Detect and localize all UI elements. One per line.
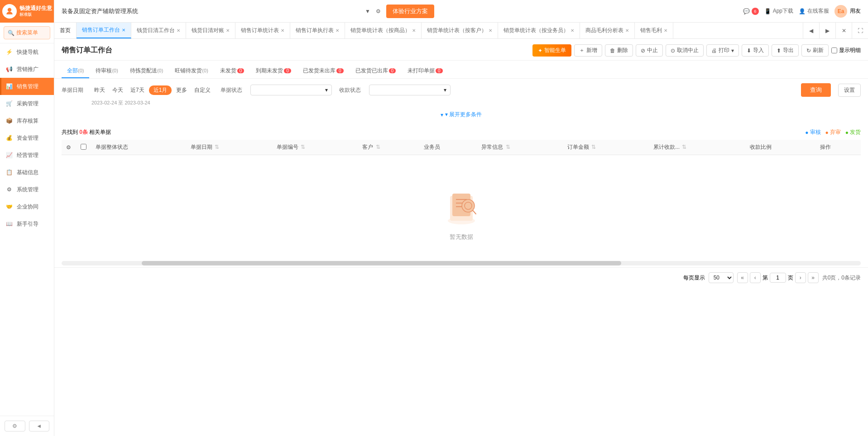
show-detail-checkbox[interactable]	[831, 47, 837, 53]
tab-home[interactable]: 首页	[54, 23, 77, 38]
tab-cash-reconcile[interactable]: 钱货日清对账 ✕	[186, 23, 235, 38]
import-btn[interactable]: ⬇ 导入	[742, 44, 769, 57]
date-1month-btn[interactable]: 近1月	[149, 85, 172, 95]
sidebar: 畅捷通好生意 标准版 🔍 搜索菜单 ⚡ 快捷导航 📢 营销推广 📊 销售管理 🛒…	[0, 0, 54, 436]
col-salesperson[interactable]: 业务员	[419, 140, 477, 155]
sidebar-item-system[interactable]: ⚙ 系统管理	[0, 181, 54, 198]
reject-action[interactable]: ● 弃审	[825, 128, 841, 136]
next-page-btn[interactable]: ›	[795, 272, 806, 283]
expand-filter-btn[interactable]: ▾ ▾ 展开更多条件	[441, 111, 482, 118]
settings-btn[interactable]: ⚙	[376, 8, 381, 14]
tab-close-sales-stat-staff[interactable]: ✕	[571, 28, 574, 33]
page-input[interactable]	[770, 273, 786, 283]
sidebar-item-basic-info[interactable]: 📋 基础信息	[0, 164, 54, 181]
tab-sales-workbench[interactable]: 销售订单工作台 ✕	[77, 23, 131, 38]
subtab-unprinted[interactable]: 未打印单据0	[402, 64, 448, 78]
tab-close-sales-stat-customer[interactable]: ✕	[489, 28, 492, 33]
tab-sales-profit[interactable]: 销售毛利 ✕	[635, 23, 673, 38]
sidebar-settings-btn[interactable]: ⚙	[5, 421, 25, 431]
sidebar-item-sales[interactable]: 📊 销售管理	[0, 78, 54, 95]
tab-margin-analysis[interactable]: 商品毛利分析表 ✕	[580, 23, 635, 38]
sidebar-item-marketing[interactable]: 📢 营销推广	[0, 61, 54, 78]
prev-page-btn[interactable]: ‹	[750, 272, 761, 283]
tab-prev-btn[interactable]: ◀	[803, 23, 819, 39]
tab-close-margin-analysis[interactable]: ✕	[625, 28, 629, 33]
tab-close-sales-stat-product[interactable]: ✕	[412, 28, 416, 33]
tab-close-sales-profit[interactable]: ✕	[664, 28, 667, 33]
payment-filter-input[interactable]: ▾	[369, 85, 451, 95]
date-today-btn[interactable]: 今天	[110, 85, 126, 95]
subtab-pending-pick[interactable]: 待拣货配送(0)	[125, 64, 168, 78]
sidebar-item-purchase[interactable]: 🛒 采购管理	[0, 95, 54, 112]
tab-close-cash-reconcile[interactable]: ✕	[226, 28, 230, 33]
system-dropdown-btn[interactable]: ▼	[365, 8, 370, 14]
page-end-label: 页	[788, 274, 793, 282]
ai-gen-btn[interactable]: ✦ 智能生单	[532, 44, 571, 57]
tab-sales-stat-product[interactable]: 销货单统计表（按商品） ✕	[345, 23, 422, 38]
tab-close-sales-workbench[interactable]: ✕	[122, 28, 125, 33]
refresh-btn[interactable]: ↻ 刷新	[801, 44, 829, 57]
subtab-delivered-out[interactable]: 已发货已出库0	[350, 64, 402, 78]
col-date[interactable]: 单据日期 ⇅	[186, 140, 272, 155]
tab-cash-daily[interactable]: 钱货日清工作台 ✕	[131, 23, 186, 38]
sidebar-item-operations[interactable]: 📈 经营管理	[0, 147, 54, 164]
select-all-checkbox[interactable]	[81, 144, 86, 150]
subtab-wangpu[interactable]: 旺铺待发货(0)	[169, 64, 213, 78]
tab-close-cash-daily[interactable]: ✕	[177, 28, 180, 33]
sidebar-item-finance[interactable]: 💰 资金管理	[0, 129, 54, 147]
query-btn[interactable]: 查询	[801, 83, 831, 97]
user-area[interactable]: Ea 用友	[834, 5, 861, 18]
last-page-btn[interactable]: »	[808, 272, 819, 283]
col-amount[interactable]: 订单金额 ⇅	[563, 140, 649, 155]
per-page-select[interactable]: 50 20 100	[709, 272, 734, 283]
col-checkbox[interactable]	[76, 140, 91, 155]
tab-sales-stat[interactable]: 销售订单统计表 ✕	[235, 23, 290, 38]
date-yesterday-btn[interactable]: 昨天	[91, 85, 108, 95]
sidebar-item-cooperation[interactable]: 🤝 企业协同	[0, 198, 54, 215]
industry-btn[interactable]: 体验行业方案	[386, 5, 434, 18]
tab-close-sales-exec[interactable]: ✕	[336, 28, 339, 33]
deliver-action[interactable]: ● 发货	[845, 128, 861, 136]
app-download-btn[interactable]: 📱 App下载	[764, 7, 793, 15]
sidebar-item-guide[interactable]: 📖 新手引导	[0, 215, 54, 232]
col-customer[interactable]: 客户 ⇅	[358, 140, 419, 155]
col-collected[interactable]: 累计收款... ⇅	[649, 140, 745, 155]
export-btn[interactable]: ⬆ 导出	[772, 44, 799, 57]
tab-fullscreen-btn[interactable]: ⛶	[852, 23, 868, 39]
subtab-all[interactable]: 全部(0)	[62, 64, 89, 78]
col-exception[interactable]: 异常信息 ⇅	[477, 140, 563, 155]
delete-btn[interactable]: 🗑 删除	[605, 44, 633, 57]
cancel-stop-btn[interactable]: ⊙ 取消中止	[666, 44, 704, 57]
search-menu-btn[interactable]: 🔍 搜索菜单	[4, 26, 50, 39]
tab-next-btn[interactable]: ▶	[819, 23, 835, 39]
date-custom-btn[interactable]: 自定义	[192, 85, 213, 95]
sidebar-item-inventory[interactable]: 📦 库存核算	[0, 112, 54, 129]
message-btn[interactable]: 💬 6	[743, 8, 759, 15]
h-scrollbar[interactable]	[62, 261, 861, 265]
tab-sales-stat-staff[interactable]: 销货单统计表（按业务员） ✕	[498, 23, 580, 38]
sidebar-collapse-btn[interactable]: ◄	[29, 421, 50, 431]
tab-close-sales-stat[interactable]: ✕	[281, 28, 284, 33]
tab-sales-stat-customer[interactable]: 销货单统计表（按客户） ✕	[422, 23, 498, 38]
stop-btn[interactable]: ⊘ 中止	[636, 44, 663, 57]
col-settings[interactable]: ⚙	[62, 140, 76, 155]
col-number[interactable]: 单据编号 ⇅	[272, 140, 358, 155]
tab-sales-exec[interactable]: 销售订单执行表 ✕	[290, 23, 345, 38]
tab-close-all-btn[interactable]: ✕	[835, 23, 852, 39]
subtab-pending-review[interactable]: 待审核(0)	[90, 64, 123, 78]
subtab-undelivered[interactable]: 未发货0	[215, 64, 250, 78]
status-filter-input[interactable]: ▾	[250, 85, 332, 95]
scrollbar-thumb[interactable]	[142, 261, 621, 265]
set-btn[interactable]: 设置	[838, 84, 861, 97]
subtab-delivered-not-out[interactable]: 已发货未出库0	[297, 64, 349, 78]
sidebar-item-quick-nav[interactable]: ⚡ 快捷导航	[0, 43, 54, 61]
online-service-btn[interactable]: 👤 在线客服	[799, 7, 829, 15]
show-detail-label[interactable]: 显示明细	[831, 47, 861, 54]
date-7days-btn[interactable]: 近7天	[128, 85, 147, 95]
subtab-overdue[interactable]: 到期未发货0	[250, 64, 297, 78]
date-more-btn[interactable]: 更多	[173, 85, 190, 95]
print-btn[interactable]: 🖨 打印 ▾	[706, 44, 739, 57]
new-btn[interactable]: ＋ 新增	[574, 44, 602, 57]
first-page-btn[interactable]: «	[737, 272, 748, 283]
approve-action[interactable]: ● 审核	[805, 128, 820, 136]
